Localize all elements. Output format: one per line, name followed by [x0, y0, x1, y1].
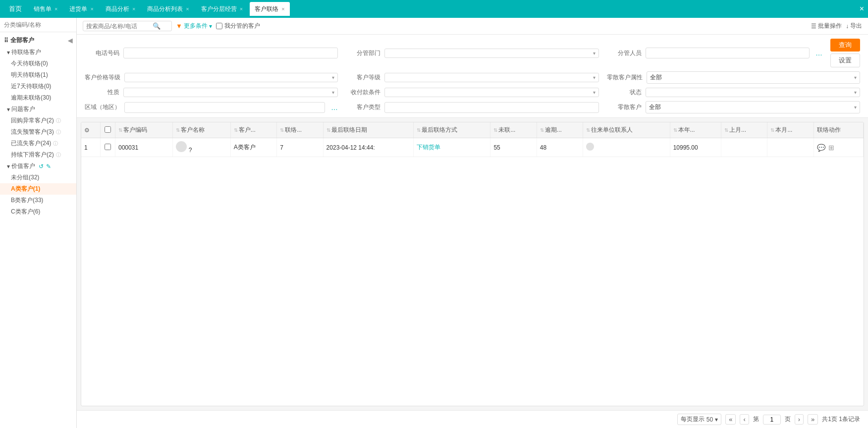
- last-contact-link[interactable]: 下销货单: [417, 144, 440, 151]
- sidebar-search-input[interactable]: [4, 21, 77, 28]
- page-number-input[interactable]: [763, 415, 781, 425]
- my-customers-checkbox[interactable]: 我分管的客户: [216, 22, 260, 30]
- sidebar-item-repurchase-abnormal[interactable]: 回购异常客户(2) ⓘ: [0, 115, 76, 126]
- sidebar-group-problem[interactable]: ▾ 问题客户: [0, 104, 76, 115]
- batch-operation-button[interactable]: ☰ 批量操作: [811, 22, 842, 30]
- close-analysis-list-tab[interactable]: ×: [186, 6, 189, 12]
- customer-grade-select[interactable]: ▾: [384, 73, 599, 82]
- close-customer-contact-tab[interactable]: ×: [281, 6, 284, 12]
- select-all-checkbox[interactable]: [105, 126, 111, 133]
- sidebar-item-today-pending[interactable]: 今天待联络(0): [0, 58, 76, 69]
- my-customers-check[interactable]: [216, 23, 222, 29]
- window-close-button[interactable]: ×: [860, 4, 864, 13]
- next-page-button[interactable]: ›: [795, 414, 804, 425]
- sidebar-all-customers[interactable]: ⠿ 全部客户 ◀: [0, 34, 76, 47]
- info-icon: ⓘ: [56, 152, 61, 159]
- retail-customer-select[interactable]: 全部 ▾: [646, 101, 860, 113]
- sidebar-item-7day-pending[interactable]: 近7天待联络(0): [0, 81, 76, 92]
- row-last-contact-method[interactable]: 下销货单: [413, 138, 490, 157]
- export-button[interactable]: ↓ 导出: [846, 22, 862, 30]
- sidebar-search-box[interactable]: 🔍: [0, 18, 76, 32]
- region-dots-button[interactable]: …: [331, 104, 338, 111]
- price-grade-arrow: ▾: [332, 75, 334, 80]
- close-customer-tier-tab[interactable]: ×: [240, 6, 243, 12]
- query-button[interactable]: 查询: [830, 39, 860, 52]
- sidebar-item-class-a[interactable]: A类客户(1): [0, 183, 76, 195]
- search-box[interactable]: 🔍: [83, 21, 172, 31]
- retail-attr-arrow: ▾: [854, 75, 857, 80]
- sort-icon[interactable]: ⇅: [176, 127, 180, 133]
- sidebar-item-tomorrow-pending[interactable]: 明天待联络(1): [0, 69, 76, 81]
- sort-icon[interactable]: ⇅: [493, 127, 497, 133]
- main-search-input[interactable]: [86, 23, 151, 30]
- row-checkbox-cell[interactable]: [101, 138, 115, 157]
- nav-tab-purchase[interactable]: 进货单 ×: [64, 2, 98, 16]
- col-this-year: ⇅本年...: [670, 122, 721, 138]
- sidebar-item-class-b[interactable]: B类客户(33): [0, 195, 76, 206]
- batch-op-icon: ☰: [811, 23, 816, 30]
- price-grade-select[interactable]: ▾: [124, 73, 338, 82]
- sidebar-item-churn-warning[interactable]: 流失预警客户(3) ⓘ: [0, 126, 76, 138]
- payment-select[interactable]: ▾: [384, 88, 599, 97]
- sort-icon[interactable]: ⇅: [586, 127, 590, 133]
- retail-attr-select[interactable]: 全部 ▾: [647, 71, 860, 84]
- sidebar-item-unclassified[interactable]: 未分组(32): [0, 172, 76, 183]
- row-actions: 💬 ⊞: [817, 144, 860, 152]
- nav-tab-analysis-list[interactable]: 商品分析列表 ×: [142, 2, 194, 16]
- more-filters-button[interactable]: ▼ 更多条件 ▾: [176, 22, 212, 30]
- sidebar-item-overdue-contact[interactable]: 逾期未联络(30): [0, 92, 76, 104]
- sort-icon[interactable]: ⇅: [673, 127, 677, 133]
- retail-customer-arrow: ▾: [854, 105, 857, 110]
- first-page-button[interactable]: «: [725, 414, 736, 425]
- sidebar-group-pending[interactable]: ▾ 待联络客户: [0, 47, 76, 58]
- sort-icon[interactable]: ⇅: [326, 127, 330, 133]
- col-settings[interactable]: ⚙: [81, 122, 101, 138]
- nav-tab-sales[interactable]: 销售单 ×: [29, 2, 62, 16]
- sort-icon[interactable]: ⇅: [234, 127, 238, 133]
- sort-icon[interactable]: ⇅: [540, 127, 544, 133]
- sort-icon[interactable]: ⇅: [724, 127, 728, 133]
- info-icon: ⓘ: [56, 129, 61, 136]
- dept-select[interactable]: ▾: [384, 49, 599, 58]
- nav-tab-analysis[interactable]: 商品分析 ×: [101, 2, 140, 16]
- refresh-icon[interactable]: ↺: [39, 163, 44, 170]
- sort-icon[interactable]: ⇅: [280, 127, 284, 133]
- sort-icon[interactable]: ⇅: [417, 127, 421, 133]
- nav-home[interactable]: 首页: [4, 2, 27, 16]
- contact-avatar: [586, 143, 594, 151]
- main-search-icon[interactable]: 🔍: [153, 22, 161, 30]
- sort-icon[interactable]: ⇅: [770, 127, 774, 133]
- chevron-down-icon: ▾: [7, 49, 10, 56]
- close-sales-tab[interactable]: ×: [54, 6, 57, 12]
- sidebar-item-churned[interactable]: 已流失客户(24) ⓘ: [0, 138, 76, 149]
- per-page-select[interactable]: 每页显示 50 ▾: [677, 414, 721, 425]
- link-action-icon[interactable]: ⊞: [828, 144, 834, 152]
- sidebar-item-class-c[interactable]: C类客户(6): [0, 206, 76, 217]
- phone-input[interactable]: [123, 48, 338, 58]
- nav-tab-customer-tier[interactable]: 客户分层经营 ×: [196, 2, 248, 16]
- close-purchase-tab[interactable]: ×: [90, 6, 93, 12]
- customer-type-input[interactable]: [384, 102, 599, 113]
- filter-row-manager: 分管人员 … 查询 设置: [607, 39, 860, 67]
- prev-page-button[interactable]: ‹: [740, 414, 749, 425]
- message-action-icon[interactable]: 💬: [817, 144, 825, 152]
- col-checkbox[interactable]: [101, 122, 115, 138]
- region-input[interactable]: [124, 102, 325, 113]
- table-settings-icon[interactable]: ⚙: [84, 127, 90, 134]
- edit-icon[interactable]: ✎: [46, 163, 51, 170]
- sidebar-collapse-btn[interactable]: ◀: [68, 37, 72, 44]
- filter-row-customer-grade: 客户等级 ▾: [346, 71, 599, 84]
- total-label: 共1页 1条记录: [822, 415, 860, 424]
- manager-input[interactable]: [646, 48, 810, 58]
- sidebar-group-value[interactable]: ▾ 价值客户 ↺ ✎: [0, 160, 76, 172]
- manager-dots-button[interactable]: …: [815, 49, 822, 57]
- sort-icon[interactable]: ⇅: [118, 127, 122, 133]
- nav-tab-customer-contact[interactable]: 客户联络 ×: [250, 2, 289, 16]
- row-checkbox[interactable]: [105, 144, 111, 150]
- nature-select[interactable]: ▾: [123, 88, 338, 97]
- settings-button[interactable]: 设置: [830, 54, 860, 67]
- close-analysis-tab[interactable]: ×: [132, 6, 135, 12]
- sidebar-item-declining[interactable]: 持续下滑客户(2) ⓘ: [0, 149, 76, 160]
- status-select[interactable]: ▾: [646, 88, 860, 97]
- last-page-button[interactable]: »: [808, 414, 818, 425]
